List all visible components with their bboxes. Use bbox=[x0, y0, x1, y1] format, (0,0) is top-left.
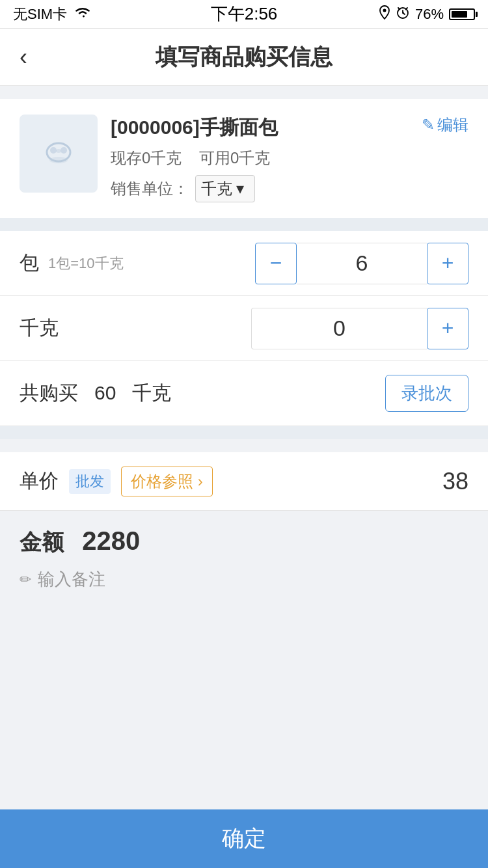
unit-price-label: 单价 bbox=[20, 468, 59, 495]
price-reference-button[interactable]: 价格参照 › bbox=[121, 467, 213, 496]
battery-icon bbox=[449, 8, 475, 20]
kegram-controls: + bbox=[251, 308, 468, 349]
status-bar: 无SIM卡 下午2:56 76% bbox=[0, 0, 488, 29]
amount-section: 金额 2280 ✏ 输入备注 bbox=[0, 511, 488, 604]
kegram-text: 千克 bbox=[20, 315, 59, 342]
product-thumbnail bbox=[20, 115, 98, 193]
svg-point-4 bbox=[61, 147, 67, 154]
price-row: 单价 批发 价格参照 › 38 bbox=[0, 452, 488, 511]
alarm-icon bbox=[396, 5, 410, 23]
bao-minus-button[interactable]: − bbox=[255, 243, 297, 284]
status-time: 下午2:56 bbox=[211, 3, 278, 25]
available-label: 可用0千克 bbox=[199, 149, 270, 167]
confirm-button[interactable]: 确定 bbox=[0, 809, 488, 868]
product-stock: 现存0千克 可用0千克 bbox=[111, 148, 468, 169]
amount-value: 2280 bbox=[82, 526, 140, 555]
bao-controls: − + bbox=[255, 243, 468, 284]
svg-point-6 bbox=[49, 157, 68, 163]
bao-label: 包 1包=10千克 bbox=[20, 250, 255, 277]
bao-input[interactable] bbox=[297, 243, 427, 284]
price-section: 单价 批发 价格参照 › 38 bbox=[0, 452, 488, 511]
dropdown-icon: ▾ bbox=[236, 180, 244, 198]
page-title: 填写商品购买信息 bbox=[156, 42, 332, 72]
product-card: [0000006]手撕面包 现存0千克 可用0千克 销售单位： 千克 ▾ ✎ 编… bbox=[0, 99, 488, 218]
unit-select[interactable]: 千克 ▾ bbox=[195, 175, 255, 202]
price-ref-label: 价格参照 › bbox=[131, 471, 203, 492]
record-batch-button[interactable]: 录批次 bbox=[385, 375, 468, 412]
bao-plus-button[interactable]: + bbox=[427, 243, 468, 284]
kegram-plus-button[interactable]: + bbox=[427, 308, 468, 349]
kegram-row: 千克 + bbox=[0, 296, 488, 361]
edit-icon: ✎ bbox=[422, 116, 435, 134]
edit-button[interactable]: ✎ 编辑 bbox=[422, 115, 468, 135]
kegram-input[interactable] bbox=[251, 308, 427, 349]
svg-point-0 bbox=[383, 8, 386, 12]
bao-sublabel: 1包=10千克 bbox=[48, 254, 124, 273]
stock-label: 现存0千克 bbox=[111, 149, 182, 167]
battery-percent: 76% bbox=[415, 6, 444, 23]
wifi-icon bbox=[74, 6, 92, 23]
input-section: 包 1包=10千克 − + 千克 + 共购买 60 千克 录批次 bbox=[0, 231, 488, 426]
nav-bar: ‹ 填写商品购买信息 bbox=[0, 29, 488, 86]
carrier-label: 无SIM卡 bbox=[13, 5, 67, 24]
remark-placeholder: 输入备注 bbox=[38, 568, 105, 591]
amount-label: 金额 bbox=[20, 530, 64, 554]
total-row: 共购买 60 千克 录批次 bbox=[0, 361, 488, 426]
product-info: [0000006]手撕面包 现存0千克 可用0千克 销售单位： 千克 ▾ bbox=[111, 115, 468, 202]
product-name: [0000006]手撕面包 bbox=[111, 115, 468, 141]
kegram-label: 千克 bbox=[20, 315, 251, 342]
product-unit: 销售单位： 千克 ▾ bbox=[111, 175, 468, 202]
edit-label: 编辑 bbox=[437, 115, 468, 135]
location-icon bbox=[379, 5, 390, 23]
back-button[interactable]: ‹ bbox=[20, 37, 34, 77]
section-divider-2 bbox=[0, 426, 488, 439]
total-value: 60 bbox=[94, 382, 116, 403]
total-unit: 千克 bbox=[132, 382, 171, 403]
bao-text: 包 bbox=[20, 250, 39, 277]
price-value: 38 bbox=[442, 468, 468, 495]
remark-row[interactable]: ✏ 输入备注 bbox=[20, 568, 468, 604]
amount-row: 金额 2280 bbox=[20, 526, 468, 558]
status-right: 76% bbox=[379, 5, 475, 23]
bao-row: 包 1包=10千克 − + bbox=[0, 231, 488, 296]
price-type-tag: 批发 bbox=[69, 469, 111, 494]
status-left: 无SIM卡 bbox=[13, 5, 92, 24]
total-text: 共购买 60 千克 bbox=[20, 380, 171, 407]
section-divider-1 bbox=[0, 218, 488, 231]
svg-point-5 bbox=[56, 149, 61, 153]
total-label: 共购买 bbox=[20, 382, 78, 403]
unit-value: 千克 bbox=[201, 178, 232, 199]
pencil-icon: ✏ bbox=[20, 571, 31, 588]
svg-point-3 bbox=[50, 147, 57, 154]
